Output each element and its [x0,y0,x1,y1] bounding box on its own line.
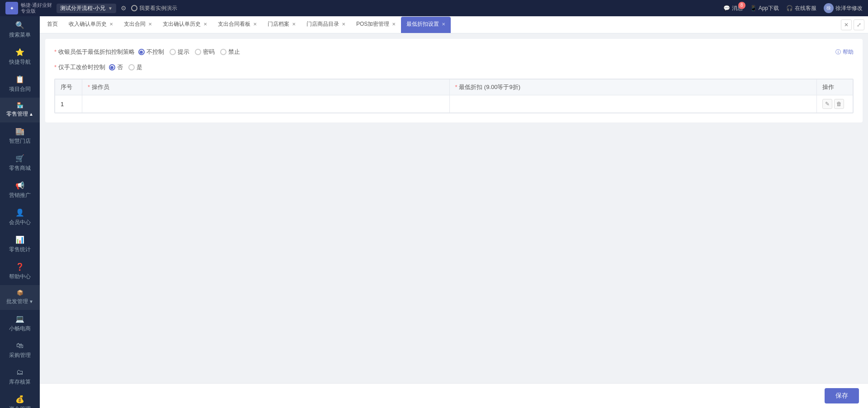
delete-row-button[interactable]: 🗑 [834,99,844,109]
sidebar-item-wholesale[interactable]: 📦 批发管理 ▼ [0,285,40,310]
tab-min-discount[interactable]: 最低折扣设置 ✕ [401,17,451,33]
discount-policy-label: * 收银员低于最低折扣控制策略 [54,48,135,56]
tab-close-icon[interactable]: ✕ [109,22,113,27]
tab-close-icon[interactable]: ✕ [342,22,345,27]
tab-label: 支出合同 [124,20,146,28]
tab-close-icon[interactable]: ✕ [392,22,396,27]
message-button[interactable]: 💬 消息 8 [723,5,743,12]
sidebar-item-inventory[interactable]: 🗂 库存核算 [0,364,40,390]
operator-input[interactable] [88,101,444,108]
tab-home[interactable]: 首页 [42,17,63,33]
sidebar-item-quick[interactable]: ⭐ 快捷导航 [0,43,40,70]
radio-remind[interactable]: 提示 [170,48,189,56]
discount-table: 序号 * 操作员 * 最低折扣 (9.00等于9折) [55,79,853,113]
topbar-right: 💬 消息 8 📱 App下载 🎧 在线客服 徐 徐泽华修改 [723,3,863,13]
app-download-button[interactable]: 📱 App下载 [750,5,779,12]
col-header-action: 操作 [817,80,853,95]
required-mark: * [54,64,57,70]
radio-unchecked-icon [220,49,226,55]
sidebar-item-label: 批发管理 [6,298,28,305]
radio-no[interactable]: 否 [109,63,123,71]
topbar-left: ✦ 畅捷·通好业财 专业版 测试分开流程-小兄 ▼ ⚙ 我要看实例演示 [5,2,177,14]
sidebar-item-project[interactable]: 📋 项目合同 [0,70,40,98]
save-button[interactable]: 保存 [825,388,859,403]
tab-store-goods[interactable]: 门店商品目录 ✕ [301,17,351,33]
sidebar-item-retail[interactable]: 🏪 零售管理 ▲ [0,98,40,122]
sidebar-item-retail-stat[interactable]: 📊 零售统计 [0,231,40,258]
page-footer: 保存 [40,383,868,408]
tab-actions: ✕ ⤢ [841,19,866,30]
message-badge: 8 [738,2,745,9]
row-actions: ✎ 🗑 [822,99,847,109]
manual-control-label: * 仅手工改价时控制 [54,63,105,71]
question-icon: ⓘ [835,48,841,56]
ecommerce-icon: 💻 [15,314,24,323]
tab-close-icon[interactable]: ✕ [253,22,257,27]
wholesale-icon: 📦 [17,290,24,296]
tab-close-icon[interactable]: ✕ [203,22,207,27]
chevron-up-icon: ▲ [29,112,33,117]
project-selector[interactable]: 测试分开流程-小兄 ▼ [57,4,116,13]
sidebar-item-ecommerce[interactable]: 💻 小畅电商 [0,310,40,337]
sidebar-item-finance[interactable]: 💰 资金管理 [0,390,40,408]
discount-input[interactable] [455,101,811,108]
tab-label: POS加密管理 [356,20,389,28]
required-mark: * [88,84,90,90]
edit-row-button[interactable]: ✎ [822,99,832,109]
marketing-icon: 📢 [15,181,24,190]
sidebar-item-purchase[interactable]: 🛍 采购管理 [0,337,40,364]
tab-label: 门店商品目录 [307,20,339,28]
online-service-button[interactable]: 🎧 在线客服 [786,5,816,12]
sidebar-item-online-store[interactable]: 🛒 零售商城 [0,150,40,177]
demo-link[interactable]: 我要看实例演示 [131,5,177,12]
tab-label: 收入确认单历史 [69,20,107,28]
cell-index: 1 [55,95,82,113]
tab-payment-confirm[interactable]: 支出确认单历史 ✕ [157,17,212,33]
tab-close-icon[interactable]: ✕ [148,22,152,27]
manual-control-radio-group: 否 是 [109,63,142,71]
sidebar-item-label: 智慧门店 [9,137,31,145]
tab-close-icon[interactable]: ✕ [442,22,445,27]
tab-payment-board[interactable]: 支出合同看板 ✕ [212,17,262,33]
sidebar-item-marketing[interactable]: 📢 营销推广 [0,177,40,204]
user-menu[interactable]: 徐 徐泽华修改 [824,3,863,13]
sidebar-item-search[interactable]: 🔍 搜索菜单 [0,16,40,43]
table-row: 1 ✎ 🗑 [55,95,853,113]
sidebar-item-label: 库存核算 [9,378,31,386]
sidebar-item-help[interactable]: ❓ 帮助中心 [0,258,40,285]
tab-payment-contract[interactable]: 支出合同 ✕ [118,17,157,33]
discount-policy-row: * 收银员低于最低折扣控制策略 不控制 提示 [54,48,854,56]
radio-forbid[interactable]: 禁止 [220,48,240,56]
manual-control-row: * 仅手工改价时控制 否 是 [54,63,854,71]
content-area: 首页 收入确认单历史 ✕ 支出合同 ✕ 支出确认单历史 ✕ 支出合同看板 ✕ 门… [40,16,868,408]
member-icon: 👤 [15,208,24,217]
help-icon: ❓ [15,263,24,271]
col-header-index: 序号 [55,80,82,95]
radio-unchecked-icon [170,49,176,55]
tab-label: 支出合同看板 [218,20,250,28]
tab-maximize-button[interactable]: ⤢ [854,19,864,30]
tab-store-file[interactable]: 门店档案 ✕ [262,17,301,33]
radio-checked-icon [109,64,115,70]
sidebar-item-label: 小畅电商 [9,325,31,333]
tab-close-all-button[interactable]: ✕ [841,19,852,30]
tab-pos-password[interactable]: POS加密管理 ✕ [351,17,401,33]
radio-password[interactable]: 密码 [195,48,215,56]
radio-yes[interactable]: 是 [128,63,142,71]
sidebar-item-member[interactable]: 👤 会员中心 [0,204,40,231]
sidebar-item-label: 帮助中心 [9,273,31,281]
tab-close-icon[interactable]: ✕ [292,22,296,27]
sidebar: 🔍 搜索菜单 ⭐ 快捷导航 📋 项目合同 🏪 零售管理 ▲ 🏬 智慧门店 🛒 零… [0,16,40,408]
logo-icon: ✦ [5,2,18,14]
tab-income-history[interactable]: 收入确认单历史 ✕ [63,17,118,33]
help-button[interactable]: ⓘ 帮助 [835,48,854,56]
settings-icon[interactable]: ⚙ [121,5,127,12]
radio-no-control[interactable]: 不控制 [138,48,164,56]
sidebar-item-label: 快捷导航 [9,58,31,66]
sidebar-item-smart-store[interactable]: 🏬 智慧门店 [0,122,40,150]
purchase-icon: 🛍 [16,342,24,350]
page-content: * 收银员低于最低折扣控制策略 不控制 提示 [40,33,868,383]
store-icon: 🏪 [17,102,24,108]
sidebar-item-label: 零售管理 [6,110,28,118]
col-header-operator: * 操作员 [82,80,450,95]
